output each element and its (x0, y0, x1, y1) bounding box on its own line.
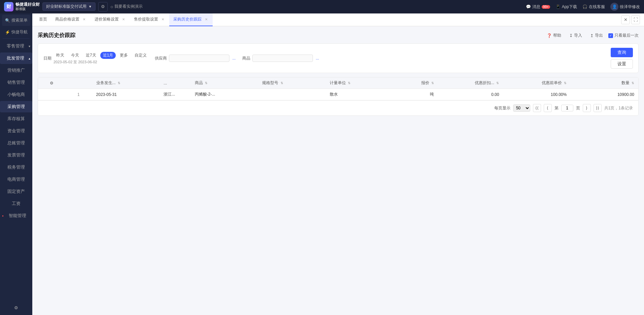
export-button[interactable]: ↥ 导出 (587, 32, 606, 39)
sidebar-item-label: 发票管理 (2, 152, 30, 158)
tab-purchase-strategy-label: 进价策略设置 (95, 16, 119, 22)
pagination-last-button[interactable]: ⟩⟩ (594, 104, 602, 112)
sidebar-item-assets[interactable]: 固定资产 (0, 186, 32, 197)
product-more-button[interactable]: ... (314, 55, 320, 61)
sidebar-item-label: 小畅电商 (2, 92, 30, 98)
date-option-yesterday[interactable]: 昨天 (53, 52, 67, 59)
col-dots[interactable]: ... (159, 77, 190, 89)
search-menu-button[interactable]: 🔍 搜索菜单 (2, 15, 30, 26)
import-icon: ↧ (569, 33, 573, 38)
filter-actions: 查询 设置 (611, 48, 633, 69)
date-options: 昨天 今天 近7天 近1月 更多 自定义 (53, 52, 149, 59)
sidebar-item-sales[interactable]: 销售管理 (0, 77, 32, 88)
sidebar-item-marketing[interactable]: 营销推广 (0, 65, 32, 76)
tab-purchase-strategy[interactable]: 进价策略设置 ✕ (91, 13, 130, 26)
sidebar-item-ledger[interactable]: 总账管理 (0, 137, 32, 149)
table-header-row: ⚙ 业务发生... ⇅ ... 商品 ⇅ (38, 77, 638, 89)
sidebar-item-wholesale[interactable]: 批发管理 ▴ (0, 53, 32, 64)
col-dots-label: ... (164, 81, 167, 85)
col-date[interactable]: 业务发生... ⇅ (92, 77, 160, 89)
quick-nav-button[interactable]: ⚡ 快捷导航 (2, 28, 30, 36)
top-header: 财 畅捷通好业财 标准版 好业财标准版交付试用 ▼ ⚙ 我要看实例演示 💬 消息… (0, 0, 644, 13)
online-service-button[interactable]: 🎧 在线客服 (582, 4, 605, 10)
close-icon[interactable]: ✕ (121, 17, 126, 22)
demo-button[interactable]: 我要看实例演示 (110, 4, 143, 9)
sort-icon: ⇅ (281, 81, 283, 85)
app-download-icon: 📱 (556, 4, 561, 9)
product-input[interactable] (252, 55, 313, 62)
date-option-more[interactable]: 更多 (117, 52, 131, 59)
date-option-1month[interactable]: 近1月 (100, 52, 116, 59)
import-button[interactable]: ↧ 导入 (567, 32, 585, 39)
app-logo: 财 畅捷通好业财 标准版 (4, 2, 40, 11)
expand-tab-button[interactable]: ⛶ (631, 15, 640, 24)
filter-panel: 日期 昨天 今天 近7天 近1月 更多 自定义 2023-05-02 至 202… (38, 43, 639, 73)
sidebar-item-smart[interactable]: 智能管理 (0, 210, 32, 221)
sidebar-item-inventory[interactable]: 库存核算 (0, 113, 32, 125)
col-qty[interactable]: 数量 ⇅ (571, 77, 638, 89)
tab-product-price[interactable]: 商品价格设置 ✕ (51, 13, 91, 26)
sidebar-item-retail[interactable]: 零售管理 ▾ (0, 40, 32, 52)
export-label: 导出 (595, 33, 603, 38)
sidebar-item-ecom[interactable]: 小畅电商 (0, 89, 32, 100)
row-product: 丙烯酸-2-... (195, 92, 215, 97)
nav-selector[interactable]: 好业财标准版交付试用 ▼ (42, 2, 96, 11)
nav-selector-text: 好业财标准版交付试用 (46, 4, 86, 9)
close-tab-button[interactable]: ✕ (621, 15, 630, 24)
tab-selling-price[interactable]: 售价提取设置 ✕ (130, 13, 169, 26)
supplier-more-button[interactable]: ... (231, 55, 237, 61)
message-icon: 💬 (526, 4, 531, 9)
row-date: 2023-05-31 (96, 92, 117, 97)
sidebar-item-finance[interactable]: 资金管理 (0, 125, 32, 137)
settings-button[interactable]: ⚙ (98, 2, 108, 11)
pagination-summary: 共1页，1条记录 (604, 105, 633, 111)
tab-purchase-history[interactable]: 采购历史价跟踪 ✕ (169, 13, 213, 26)
sidebar-item-label: 资金管理 (2, 128, 30, 134)
close-icon[interactable]: ✕ (82, 17, 86, 22)
tab-home[interactable]: 首页 (35, 13, 51, 26)
data-table-container: ⚙ 业务发生... ⇅ ... 商品 ⇅ (38, 77, 639, 116)
app-download-button[interactable]: 📱 App下载 (556, 4, 577, 10)
date-option-7days[interactable]: 近7天 (83, 52, 99, 59)
tab-home-label: 首页 (39, 16, 47, 22)
messages-button[interactable]: 💬 消息 99+ (526, 4, 550, 10)
pagination-first-button[interactable]: ⟨⟨ (533, 104, 541, 112)
user-info[interactable]: 👤 徐泽华修改 (610, 3, 640, 11)
col-price[interactable]: 报价 ⇅ (384, 77, 438, 89)
per-page-select[interactable]: 50 20 100 (513, 104, 530, 112)
supplier-input[interactable] (169, 55, 229, 62)
chevron-up-icon: ▴ (29, 57, 30, 60)
sidebar-item-purchase[interactable]: 采购管理 (0, 101, 32, 112)
col-unit[interactable]: 计量单位 ⇅ (326, 77, 384, 89)
date-option-custom[interactable]: 自定义 (132, 52, 149, 59)
col-spec[interactable]: 规格型号 ⇅ (258, 77, 326, 89)
row-quoted-price: 0.00 (491, 92, 499, 97)
col-undiscounted[interactable]: 优惠前单价 ⇅ (503, 77, 571, 89)
sidebar-settings-button[interactable]: ⚙ (0, 303, 32, 312)
pagination-prev-button[interactable]: ⟨ (544, 104, 552, 112)
tab-bar: 首页 商品价格设置 ✕ 进价策略设置 ✕ 售价提取设置 ✕ 采购历史价跟踪 ✕ … (32, 13, 644, 26)
sidebar-item-tax[interactable]: 税务管理 (0, 162, 32, 173)
sidebar-item-label: 批发管理 (2, 55, 29, 61)
filter-settings-button[interactable]: 设置 (611, 59, 633, 69)
user-name: 徐泽华修改 (620, 4, 640, 10)
close-icon[interactable]: ✕ (160, 17, 165, 22)
sidebar-item-label: 智能管理 (5, 213, 30, 219)
sidebar-item-label: 销售管理 (2, 79, 30, 85)
date-options-wrap: 昨天 今天 近7天 近1月 更多 自定义 2023-05-02 至 2023-0… (53, 52, 149, 65)
sidebar-item-invoice[interactable]: 发票管理 (0, 149, 32, 161)
col-settings[interactable]: ⚙ (38, 77, 65, 89)
page-header: 采购历史价跟踪 ❓ 帮助 ↧ 导入 ↥ 导出 ✓ (38, 32, 639, 39)
sidebar-item-salary[interactable]: 工资 (0, 198, 32, 209)
col-discount[interactable]: 优惠折扣... ⇅ (438, 77, 503, 89)
query-button[interactable]: 查询 (611, 48, 633, 57)
close-icon[interactable]: ✕ (204, 17, 209, 22)
pagination-page-input[interactable] (561, 105, 573, 111)
help-button[interactable]: ❓ 帮助 (544, 32, 564, 39)
sidebar-item-ecommerce[interactable]: 电商管理 (0, 174, 32, 185)
only-last-checkbox-label[interactable]: ✓ 只看最后一次 (608, 33, 639, 38)
col-product[interactable]: 商品 ⇅ (191, 77, 258, 89)
date-option-today[interactable]: 今天 (68, 52, 82, 59)
only-last-label: 只看最后一次 (614, 33, 639, 38)
pagination-next-button[interactable]: ⟩ (583, 104, 591, 112)
